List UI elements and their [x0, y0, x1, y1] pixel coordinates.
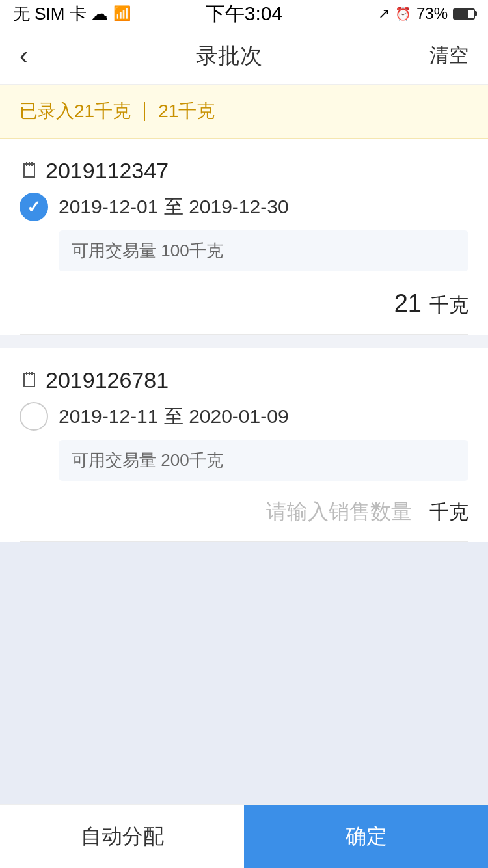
battery-icon: [453, 8, 475, 20]
card2-date-row: 2019-12-11 至 2020-01-09: [20, 402, 468, 431]
status-bar: 无 SIM 卡 ☁ 📶 下午3:04 ↗ ⏰ 73%: [0, 0, 488, 27]
info-label: 已录入21千克: [20, 99, 131, 124]
card2-date-range: 2019-12-11 至 2020-01-09: [59, 403, 289, 430]
page-title: 录批次: [196, 41, 262, 71]
card2-quantity-input-row[interactable]: 千克: [20, 490, 468, 542]
card1-date-row: 2019-12-01 至 2019-12-30: [20, 193, 468, 221]
card1-header: 🗒 2019112347: [20, 158, 468, 183]
card1-avail-label: 可用交易量: [72, 241, 156, 260]
no-sim-label: 无 SIM 卡 ☁: [13, 3, 108, 25]
info-banner: 已录入21千克 21千克: [0, 85, 488, 139]
card2-icon: 🗒: [20, 368, 40, 392]
card1-icon: 🗒: [20, 159, 40, 183]
status-left: 无 SIM 卡 ☁ 📶: [13, 3, 131, 25]
card1-avail-text: 可用交易量 100千克: [72, 241, 223, 260]
card1-quantity-row: 21 千克: [20, 280, 468, 335]
card2-avail-text: 可用交易量 200千克: [72, 450, 223, 470]
card1-date-range: 2019-12-01 至 2019-12-30: [59, 194, 289, 221]
batch-card-1: 🗒 2019112347 2019-12-01 至 2019-12-30 可用交…: [0, 139, 488, 335]
status-right: ↗ ⏰ 73%: [378, 5, 475, 23]
card2-radio[interactable]: [20, 402, 48, 431]
battery-percent: 73%: [416, 5, 448, 23]
alarm-icon: ⏰: [395, 6, 411, 21]
card1-quantity-value: 21: [394, 290, 422, 318]
card2-avail-label: 可用交易量: [72, 450, 156, 470]
status-time: 下午3:04: [206, 1, 282, 27]
batch-card-2: 🗒 2019126781 2019-12-11 至 2020-01-09 可用交…: [0, 348, 488, 542]
card1-radio[interactable]: [20, 193, 48, 221]
back-button[interactable]: ‹: [20, 41, 28, 70]
info-divider: [144, 102, 145, 121]
card-separator-1: [0, 335, 488, 348]
card2-quantity-unit: 千克: [429, 499, 468, 526]
card2-avail-box: 可用交易量 200千克: [59, 440, 468, 481]
empty-area: [0, 542, 488, 841]
card1-avail-value: 100千克: [161, 241, 223, 260]
confirm-button[interactable]: 确定: [244, 805, 488, 868]
card1-id: 2019112347: [46, 158, 169, 183]
card2-id: 2019126781: [46, 368, 169, 393]
location-icon: ↗: [378, 5, 390, 22]
nav-bar: ‹ 录批次 清空: [0, 27, 488, 85]
card2-quantity-input[interactable]: [200, 500, 422, 524]
card1-avail-box: 可用交易量 100千克: [59, 230, 468, 271]
info-value: 21千克: [158, 99, 215, 124]
wifi-icon: 📶: [113, 5, 131, 22]
card1-quantity-unit: 千克: [429, 292, 468, 319]
card2-header: 🗒 2019126781: [20, 368, 468, 393]
auto-distribute-button[interactable]: 自动分配: [0, 805, 244, 868]
bottom-bar: 自动分配 确定: [0, 804, 488, 868]
card2-avail-value: 200千克: [161, 450, 223, 470]
clear-button[interactable]: 清空: [429, 42, 468, 69]
